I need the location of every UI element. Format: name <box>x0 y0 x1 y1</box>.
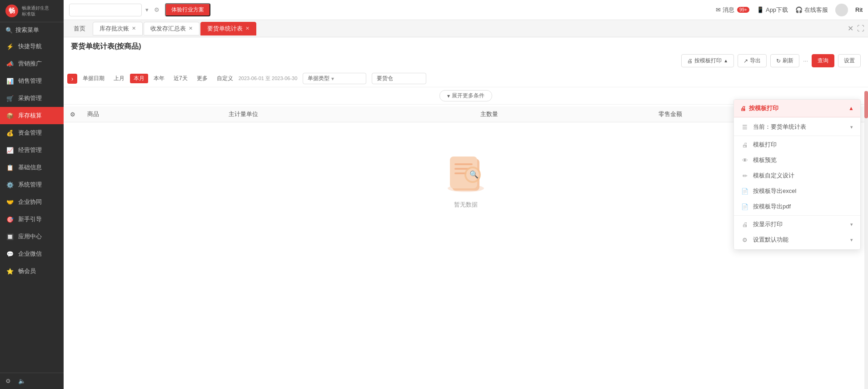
dropdown-title: 按模板打印 <box>749 104 778 112</box>
dropdown-item-template-print[interactable]: 🖨 模板打印 <box>734 137 860 152</box>
this-month-btn[interactable]: 本月 <box>130 74 148 83</box>
sidebar-item-quick-nav[interactable]: ⚡ 快捷导航 <box>0 38 64 55</box>
sidebar-item-label: 采购管理 <box>18 94 42 102</box>
tab-home-label: 首页 <box>74 25 85 33</box>
inventory-icon: 📦 <box>5 112 15 119</box>
gear-icon: ⚙ <box>741 237 748 243</box>
sidebar-item-sales[interactable]: 📊 销售管理 <box>0 72 64 90</box>
sidebar-item-basic[interactable]: 📋 基础信息 <box>0 159 64 176</box>
member-icon: ⭐ <box>5 268 15 275</box>
sidebar-item-label: 畅会员 <box>18 267 36 275</box>
refresh-label: 刷新 <box>783 57 793 65</box>
scrollbar[interactable] <box>864 91 868 389</box>
table-header-select[interactable]: ⚙ <box>64 106 82 122</box>
sidebar-item-purchase[interactable]: 🛒 采购管理 <box>0 90 64 107</box>
sidebar: 畅 畅康通好生意 标准版 🔍 搜索菜单 ⚡ 快捷导航 📣 营销推广 📊 销售管理… <box>0 0 64 389</box>
tab-order-stats[interactable]: 要货单统计表 ✕ <box>200 22 256 35</box>
edit-icon: ✏ <box>741 172 748 179</box>
item-label: 模板自定义设计 <box>753 172 794 180</box>
purchase-icon: 🛒 <box>5 95 15 102</box>
dropdown-item-export-pdf[interactable]: 📄 按模板导出pdf <box>734 199 860 214</box>
sidebar-item-app-center[interactable]: 🔲 应用中心 <box>0 228 64 245</box>
gear-icon[interactable]: ⚙ <box>154 6 160 13</box>
sidebar-item-finance[interactable]: 💰 资金管理 <box>0 124 64 141</box>
sidebar-item-member[interactable]: ⭐ 畅会员 <box>0 263 64 280</box>
scrollbar-thumb[interactable] <box>864 91 868 118</box>
system-icon: ⚙️ <box>5 182 15 188</box>
sidebar-item-enterprise[interactable]: 🤝 企业协同 <box>0 193 64 211</box>
search-input[interactable] <box>69 4 142 16</box>
more-options-icon[interactable]: ··· <box>803 57 808 64</box>
dropdown-item-set-default[interactable]: ⚙ 设置默认功能 ▾ <box>734 232 860 248</box>
tab-home[interactable]: 首页 <box>67 22 92 35</box>
svg-rect-3 <box>454 163 473 165</box>
sidebar-item-inventory[interactable]: 📦 库存核算 <box>0 107 64 124</box>
online-service-button[interactable]: 🎧 在线客服 <box>795 6 828 14</box>
close-icon[interactable]: ✕ <box>132 25 136 31</box>
more-btn[interactable]: 更多 <box>193 74 211 83</box>
sidebar-item-wechat[interactable]: 💬 企业微信 <box>0 245 64 263</box>
maximize-icon[interactable]: ⛶ <box>857 25 864 33</box>
app-center-icon: 🔲 <box>5 233 15 240</box>
sidebar-item-guide[interactable]: 🎯 新手引导 <box>0 211 64 228</box>
custom-btn[interactable]: 自定义 <box>213 74 237 83</box>
app-download-button[interactable]: 📱 App下载 <box>757 6 788 14</box>
this-year-btn[interactable]: 本年 <box>150 74 168 83</box>
template-print-button[interactable]: 🖨 按模板打印 ▲ <box>681 54 734 67</box>
settings-icon[interactable]: ⚙ <box>5 378 11 384</box>
close-icon[interactable]: ✕ <box>245 25 249 31</box>
marketing-icon: 📣 <box>5 61 15 67</box>
dropdown-item-template-preview[interactable]: 👁 模板预览 <box>734 152 860 168</box>
tab-inventory-batch[interactable]: 库存批次账 ✕ <box>93 22 143 35</box>
expand-more-button[interactable]: ▾ 展开更多条件 <box>439 90 492 101</box>
quick-nav-icon: ⚡ <box>5 43 15 50</box>
empty-text: 暂无数据 <box>454 201 478 209</box>
template-print-dropdown: 🖨 按模板打印 ▲ ☰ 当前：要货单统计表 ▾ 🖨 模板打印 <box>733 99 861 250</box>
dropdown-current-item[interactable]: ☰ 当前：要货单统计表 ▾ <box>734 119 860 135</box>
last-month-btn[interactable]: 上月 <box>110 74 128 83</box>
sidebar-logo: 畅 畅康通好生意 标准版 <box>0 0 64 22</box>
sound-icon[interactable]: 🔈 <box>18 378 25 384</box>
user-name: Rit <box>855 6 863 13</box>
chevron-down-icon: ▾ <box>850 222 853 227</box>
sidebar-item-operation[interactable]: 📈 经营管理 <box>0 141 64 159</box>
preview-icon: 👁 <box>741 157 748 164</box>
dropdown-item-export-excel[interactable]: 📄 按模板导出excel <box>734 183 860 199</box>
sidebar-item-system[interactable]: ⚙️ 系统管理 <box>0 176 64 193</box>
type-filter[interactable]: 单据类型 ▾ <box>303 73 366 84</box>
expand-filter-button[interactable]: › <box>67 74 77 84</box>
operation-icon: 📈 <box>5 147 15 154</box>
close-window-icon[interactable]: ✕ <box>848 24 853 33</box>
dropdown-item-display-print[interactable]: 🖨 按显示打印 ▾ <box>734 217 860 232</box>
tab-receipt-summary[interactable]: 收发存汇总表 ✕ <box>144 22 200 35</box>
settings-button[interactable]: 设置 <box>838 54 861 67</box>
table-header-unit: 主计量单位 <box>223 106 475 122</box>
expand-down-icon: ▾ <box>447 93 450 99</box>
sidebar-search[interactable]: 🔍 搜索菜单 <box>0 22 64 38</box>
sidebar-item-label: 应用中心 <box>18 232 42 241</box>
logo-icon: 畅 <box>5 5 18 17</box>
date-label: 单据日期 <box>83 75 105 82</box>
chevron-up-icon[interactable]: ▲ <box>848 105 854 111</box>
trial-button[interactable]: 体验行业方案 <box>165 3 210 16</box>
dropdown-item-template-custom[interactable]: ✏ 模板自定义设计 <box>734 168 860 183</box>
avatar[interactable] <box>835 4 848 16</box>
refresh-button[interactable]: ↻ 刷新 <box>770 54 799 67</box>
chevron-down-icon[interactable]: ▾ <box>145 6 149 13</box>
message-button[interactable]: ✉ 消息 99+ <box>716 6 749 14</box>
cargo-filter[interactable]: 要货仓 <box>372 73 426 84</box>
content-area: 要货单统计表(按商品) 🖨 按模板打印 ▲ ↗ 导出 ↻ 刷新 ··· 查询 设… <box>64 37 868 389</box>
last-7-days-btn[interactable]: 近7天 <box>170 74 191 83</box>
excel-icon: 📄 <box>741 188 748 195</box>
chevron-down-icon: ▾ <box>850 124 853 130</box>
print-icon: 🖨 <box>741 221 748 228</box>
close-icon[interactable]: ✕ <box>189 25 193 31</box>
export-button[interactable]: ↗ 导出 <box>738 54 767 67</box>
current-label: 当前：要货单统计表 <box>753 123 806 131</box>
sales-icon: 📊 <box>5 78 15 85</box>
query-button[interactable]: 查询 <box>812 54 834 67</box>
sidebar-item-label: 经营管理 <box>18 146 42 154</box>
message-label: 消息 <box>723 6 734 14</box>
sidebar-item-marketing[interactable]: 📣 营销推广 <box>0 55 64 72</box>
empty-icon: 🔍 <box>439 150 493 195</box>
